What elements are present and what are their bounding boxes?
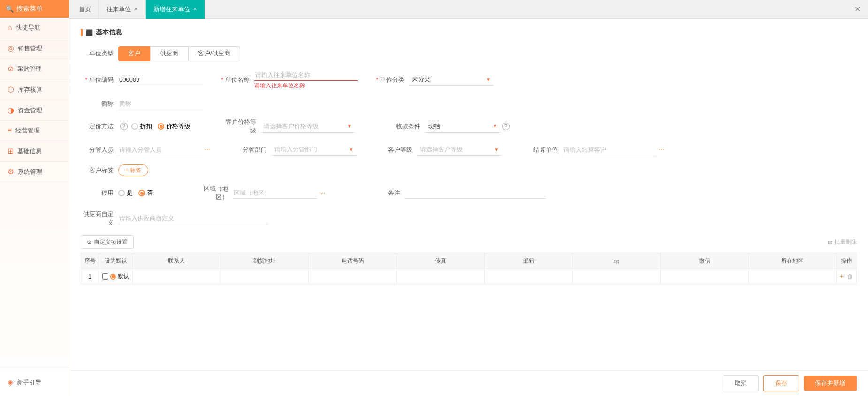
col-seq: 序号 (81, 253, 99, 269)
contact-input[interactable] (136, 273, 218, 280)
disable-row: 停用 是 否 区域（地区） ··· 备注 (81, 185, 857, 202)
manager-more-icon[interactable]: ··· (205, 146, 211, 154)
tab-partners[interactable]: 往来单位 ✕ (99, 0, 146, 19)
unit-name-input[interactable] (254, 70, 358, 81)
settlement-input[interactable] (563, 144, 656, 155)
cancel-button[interactable]: 取消 (723, 375, 759, 391)
region-input[interactable] (233, 187, 317, 199)
tab-home[interactable]: 首页 (71, 0, 99, 19)
cell-fax[interactable] (396, 269, 485, 284)
sidebar-item-basic-info[interactable]: ⊞ 基础信息 (0, 141, 69, 162)
manager-group: 分管人员 ··· (81, 144, 211, 155)
save-button[interactable]: 保存 (763, 375, 799, 391)
abbr-input[interactable] (118, 98, 203, 109)
dept-dropdown[interactable]: 请输入分管部门 ▼ (272, 143, 356, 156)
close-new-partner-icon[interactable]: ✕ (193, 6, 197, 12)
tab-new-partner[interactable]: 新增往来单位 ✕ (146, 0, 205, 19)
region-more-icon[interactable]: ··· (319, 189, 325, 197)
region-group: 区域（地区） ··· (195, 185, 325, 202)
phone-input[interactable] (312, 273, 394, 280)
customer-tag-group: 客户标签 + 标签 (81, 164, 148, 176)
price-level-placeholder: 请选择客户价格等级 (264, 122, 347, 131)
sidebar-item-finance[interactable]: ◑ 资金管理 (0, 100, 69, 121)
type-btn-both[interactable]: 客户/供应商 (188, 46, 240, 61)
wechat-input[interactable] (663, 273, 746, 280)
tab-bar-close-button[interactable]: ✕ (849, 5, 866, 14)
cell-default[interactable]: 默认 (99, 269, 133, 284)
cell-qq[interactable] (572, 269, 661, 284)
cell-wechat[interactable] (661, 269, 749, 284)
email-input[interactable] (487, 273, 570, 280)
sidebar-item-system[interactable]: ⚙ 系统管理 (0, 162, 69, 182)
qq-input[interactable] (576, 273, 658, 280)
cell-action[interactable]: + 🗑 (837, 269, 857, 284)
settlement-more-icon[interactable]: ··· (658, 146, 664, 154)
unit-code-row: 单位编码 单位名称 请输入往来单位名称 单位分类 未分类 ▼ (81, 70, 857, 90)
col-contact: 联系人 (133, 253, 221, 269)
default-radio[interactable] (110, 274, 116, 280)
payment-terms-group: 收款条件 现结 ▼ ? (388, 120, 510, 133)
payment-terms-dropdown[interactable]: 现结 ▼ (425, 120, 500, 133)
pricing-row: 定价方法 ? 折扣 价格等级 客户价格等级 请选择客户价格等级 (81, 118, 857, 135)
close-partners-icon[interactable]: ✕ (134, 6, 138, 12)
cell-region[interactable] (748, 269, 837, 284)
unit-name-error: 请输入往来单位名称 (254, 82, 358, 90)
cell-seq: 1 (81, 269, 99, 284)
row-add-icon[interactable]: + (840, 273, 843, 280)
unit-name-label: 单位名称 (217, 76, 254, 84)
search-menu[interactable]: 🔍 搜索菜单 (0, 0, 69, 18)
radio-disable-yes[interactable]: 是 (118, 189, 133, 197)
operations-icon: ≡ (8, 126, 12, 135)
cell-phone[interactable] (309, 269, 397, 284)
unit-code-input[interactable] (118, 74, 203, 85)
sidebar-item-inventory[interactable]: ⬡ 库存核算 (0, 79, 69, 100)
manager-input[interactable] (118, 144, 203, 155)
type-btn-customer[interactable]: 客户 (118, 46, 150, 61)
supplier-custom-input[interactable] (118, 213, 268, 224)
radio-discount[interactable]: 折扣 (131, 122, 152, 131)
tab-bar: 首页 往来单位 ✕ 新增往来单位 ✕ ✕ (69, 0, 868, 19)
sidebar-item-guide[interactable]: ◈ 新手引导 (0, 372, 69, 392)
disable-group: 停用 是 否 (81, 189, 153, 197)
customer-level-group: 客户等级 请选择客户等级 ▼ (380, 143, 502, 156)
save-new-button[interactable]: 保存并新增 (804, 376, 857, 391)
remark-input[interactable] (405, 187, 546, 199)
region-table-input[interactable] (752, 273, 834, 280)
address-input[interactable] (224, 273, 306, 280)
add-tag-button[interactable]: + 标签 (118, 164, 148, 176)
default-checkbox[interactable] (102, 273, 108, 280)
cell-address[interactable] (221, 269, 309, 284)
sidebar-item-operations[interactable]: ≡ 经营管理 (0, 121, 69, 141)
custom-settings-button[interactable]: ⚙ 自定义项设置 (81, 235, 134, 249)
form-footer: 取消 保存 保存并新增 (69, 370, 868, 396)
type-btn-supplier[interactable]: 供应商 (150, 46, 188, 61)
customer-level-arrow-icon: ▼ (494, 147, 499, 152)
cell-contact[interactable] (133, 269, 221, 284)
customer-level-label: 客户等级 (380, 146, 417, 154)
radio-price-level[interactable]: 价格等级 (158, 122, 190, 131)
customer-tag-label: 客户标签 (81, 166, 118, 175)
radio-price-level-circle (158, 123, 164, 130)
payment-terms-help-icon[interactable]: ? (502, 123, 510, 130)
guide-icon: ◈ (8, 378, 13, 387)
batch-delete-button[interactable]: ⊠ 批量删除 (828, 238, 857, 246)
abbr-group: 简称 (81, 98, 203, 109)
unit-category-dropdown[interactable]: 未分类 ▼ (409, 73, 494, 86)
col-phone: 电话号码 (309, 253, 397, 269)
sidebar-item-sales[interactable]: ◎ 销售管理 (0, 38, 69, 59)
fax-input[interactable] (400, 273, 482, 280)
form-content: ⬛ 基本信息 单位类型 客户 供应商 客户/供应商 单位编码 单位名称 请输入往… (69, 19, 868, 370)
radio-disable-no[interactable]: 否 (138, 189, 153, 197)
customer-level-dropdown[interactable]: 请选择客户等级 ▼ (417, 143, 502, 156)
sidebar-item-quick-nav[interactable]: ⌂ 快捷导航 (0, 18, 69, 38)
unit-code-label: 单位编码 (81, 76, 118, 84)
unit-code-group: 单位编码 (81, 74, 203, 85)
supplier-custom-label: 供应商自定义 (81, 210, 118, 227)
finance-icon: ◑ (8, 106, 14, 115)
cell-email[interactable] (485, 269, 573, 284)
pricing-help-icon[interactable]: ? (120, 123, 128, 130)
price-level-dropdown[interactable]: 请选择客户价格等级 ▼ (261, 120, 355, 133)
sidebar-item-purchase[interactable]: ⊙ 采购管理 (0, 59, 69, 79)
row-delete-icon[interactable]: 🗑 (847, 273, 853, 280)
radio-yes-circle (118, 190, 125, 196)
